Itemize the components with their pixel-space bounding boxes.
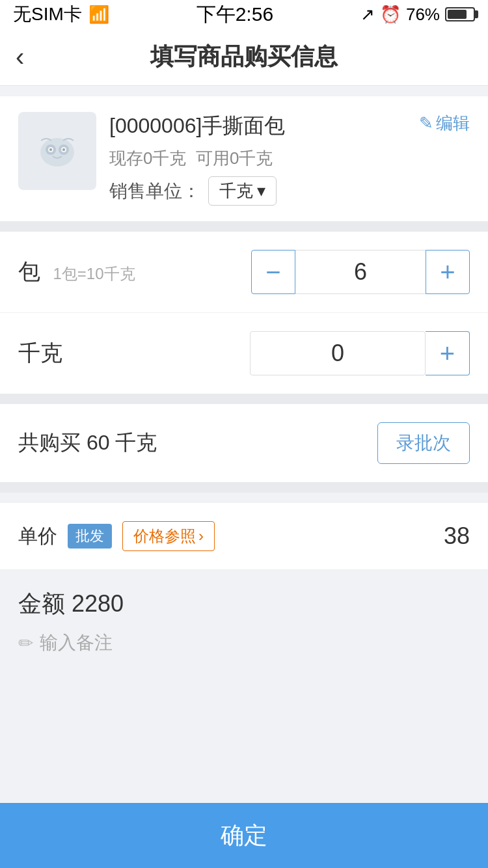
bag-label: 包 1包=10千克 — [18, 257, 251, 287]
unit-select[interactable]: 千克 ▾ — [208, 176, 277, 206]
product-card: [0000006]手撕面包 现存0千克 可用0千克 销售单位： 千克 ▾ ✎ 编… — [0, 96, 488, 221]
nav-bar: ‹ 填写商品购买信息 — [0, 29, 488, 86]
carrier-label: 无SIM卡 — [13, 2, 82, 27]
kg-increment-button[interactable]: + — [426, 331, 470, 375]
page-title: 填写商品购买信息 — [150, 41, 338, 73]
product-stock: 现存0千克 可用0千克 — [109, 147, 470, 170]
status-bar: 无SIM卡 📶 下午2:56 ↗ ⏰ 76% — [0, 0, 488, 29]
battery-icon — [445, 7, 475, 21]
kg-quantity-control: + — [250, 331, 470, 375]
bag-quantity-row: 包 1包=10千克 − + — [0, 232, 488, 313]
note-placeholder: 输入备注 — [40, 631, 113, 655]
status-right: ↗ ⏰ 76% — [360, 5, 475, 25]
total-label: 共购买 60 千克 — [18, 429, 157, 457]
amount-value: 2280 — [72, 590, 124, 617]
svg-point-5 — [49, 148, 52, 151]
product-name: [0000006]手撕面包 — [109, 112, 470, 141]
product-info: [0000006]手撕面包 现存0千克 可用0千克 销售单位： 千克 ▾ — [109, 112, 470, 206]
wifi-icon: 📶 — [88, 5, 109, 25]
quantity-section: 包 1包=10千克 − + 千克 + — [0, 232, 488, 394]
svg-point-6 — [62, 148, 65, 151]
price-section: 单价 批发 价格参照 › 38 — [0, 503, 488, 570]
amount-row: 金额 2280 — [18, 588, 470, 620]
bag-quantity-control: − + — [251, 250, 470, 294]
amount-label: 金额 — [18, 590, 65, 617]
bag-decrement-button[interactable]: − — [251, 250, 295, 294]
kg-quantity-input[interactable] — [250, 331, 426, 375]
section-divider-1 — [0, 221, 488, 232]
status-left: 无SIM卡 📶 — [13, 2, 109, 27]
section-divider-3 — [0, 482, 488, 493]
product-image — [18, 112, 96, 190]
chevron-down-icon: ▾ — [257, 181, 265, 201]
price-ref-button[interactable]: 价格参照 › — [122, 521, 215, 551]
section-divider-2 — [0, 394, 488, 404]
bag-increment-button[interactable]: + — [426, 250, 470, 294]
back-button[interactable]: ‹ — [16, 42, 24, 72]
battery-percent: 76% — [406, 5, 440, 25]
unit-price-label: 单价 — [18, 523, 57, 550]
confirm-button[interactable]: 确定 — [0, 803, 488, 868]
kg-quantity-row: 千克 + — [0, 313, 488, 394]
bag-quantity-input[interactable] — [295, 250, 426, 294]
amount-section: 金额 2280 ✏ 输入备注 — [0, 570, 488, 666]
status-time: 下午2:56 — [197, 1, 273, 28]
price-ref-label: 价格参照 — [133, 526, 196, 547]
owl-logo-icon — [34, 131, 80, 170]
bag-hint: 1包=10千克 — [53, 265, 135, 282]
summary-row: 共购买 60 千克 录批次 — [0, 404, 488, 482]
price-value: 38 — [444, 522, 470, 550]
batch-button[interactable]: 录批次 — [377, 422, 470, 464]
alarm-icon: ⏰ — [380, 5, 401, 25]
edit-button[interactable]: ✎ 编辑 — [419, 112, 470, 135]
edit-icon: ✎ — [419, 113, 433, 133]
price-ref-arrow-icon: › — [198, 527, 204, 545]
price-row: 单价 批发 价格参照 › 38 — [0, 503, 488, 570]
kg-label: 千克 — [18, 338, 250, 368]
svg-point-0 — [40, 138, 74, 167]
price-type-tag: 批发 — [68, 524, 112, 549]
note-row[interactable]: ✏ 输入备注 — [18, 631, 470, 655]
product-unit-row: 销售单位： 千克 ▾ — [109, 176, 470, 206]
note-icon: ✏ — [18, 632, 33, 654]
location-icon: ↗ — [360, 5, 375, 25]
